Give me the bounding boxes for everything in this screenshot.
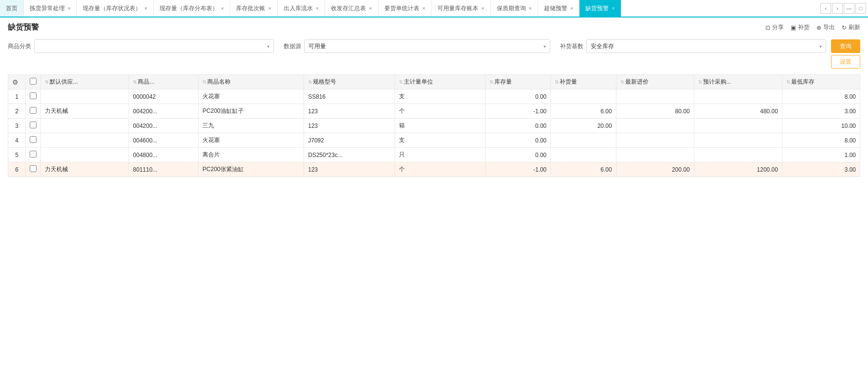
export-button[interactable]: ⊕ 导出 <box>816 23 835 32</box>
row-index-3: 4 <box>8 133 26 148</box>
row-est-purchase-3 <box>694 133 782 148</box>
replenish-button[interactable]: ▣ 补货 <box>791 23 810 32</box>
tab-close-9[interactable]: × <box>529 5 532 11</box>
row-stock-5: -1.00 <box>485 162 550 177</box>
row-unit-2: 箱 <box>395 119 486 133</box>
row-supplier-3 <box>41 133 129 148</box>
refresh-button[interactable]: ↻ 刷新 <box>842 23 860 32</box>
est-purchase-column-header[interactable]: ⇅ 预计采购... <box>694 75 782 89</box>
tab-close-10[interactable]: × <box>570 5 573 11</box>
tab-minimize-button[interactable]: — <box>844 3 854 14</box>
tab-close-2[interactable]: × <box>144 5 147 11</box>
row-product-name-3: 火花塞 <box>199 133 304 148</box>
select-all-checkbox[interactable] <box>30 78 36 85</box>
row-select-checkbox-1[interactable] <box>30 107 36 114</box>
category-label: 商品分类 <box>8 42 31 51</box>
category-select[interactable]: ▾ <box>34 39 274 53</box>
latest-price-column-header[interactable]: ⇅ 最新进价 <box>616 75 694 89</box>
tab-item-7[interactable]: 要货单统计表× <box>379 0 432 17</box>
row-latest-price-2 <box>616 119 694 133</box>
sort-icon: ⇅ <box>202 79 206 85</box>
settings-column-header[interactable]: ⚙ <box>8 75 26 89</box>
replenish-base-select[interactable]: 安全库存 ▾ <box>586 39 826 53</box>
product-code-column-header[interactable]: ⇅ 商品... <box>129 75 199 89</box>
tab-close-5[interactable]: × <box>316 5 319 11</box>
tab-close-7[interactable]: × <box>422 5 425 11</box>
tab-item-8[interactable]: 可用量库存账本× <box>432 0 490 17</box>
replenish-column-header[interactable]: ⇅ 补货量 <box>551 75 616 89</box>
datasource-label: 数据源 <box>284 42 301 51</box>
tab-maximize-button[interactable]: □ <box>855 3 866 14</box>
row-stock-0: 0.00 <box>485 89 550 104</box>
row-checkbox-3[interactable] <box>26 133 41 148</box>
row-index-1: 2 <box>8 104 26 119</box>
supplier-column-header[interactable]: ⇅ 默认供应... <box>41 75 129 89</box>
settings-button[interactable]: 设置 <box>831 55 860 69</box>
row-stock-2: 0.00 <box>485 119 550 133</box>
row-product-code-1: 004200... <box>129 104 199 119</box>
row-select-checkbox-3[interactable] <box>30 136 36 143</box>
row-select-checkbox-2[interactable] <box>30 122 36 128</box>
row-product-name-5: PC200张紧油缸 <box>199 162 304 177</box>
header-actions: ⊡ 分享 ▣ 补货 ⊕ 导出 ↻ 刷新 <box>765 23 860 32</box>
tab-bar[interactable]: 首页拣货异常处理×现存量（库存状况表）×现存量（库存分布表）×库存批次账×出入库… <box>0 0 868 18</box>
filter-actions: 查询 设置 <box>831 39 860 69</box>
row-unit-0: 支 <box>395 89 486 104</box>
row-checkbox-2[interactable] <box>26 119 41 133</box>
gear-icon[interactable]: ⚙ <box>12 78 18 86</box>
row-product-code-4: 004800... <box>129 148 199 162</box>
share-button[interactable]: ⊡ 分享 <box>765 23 784 32</box>
row-spec-5: 123 <box>304 162 395 177</box>
tab-prev-button[interactable]: ‹ <box>820 3 831 14</box>
sort-icon: ⇅ <box>620 79 624 85</box>
row-checkbox-5[interactable] <box>26 162 41 177</box>
row-index-4: 5 <box>8 148 26 162</box>
tab-next-button[interactable]: › <box>832 3 843 14</box>
tab-item-5[interactable]: 出入库流水× <box>278 0 325 17</box>
row-checkbox-4[interactable] <box>26 148 41 162</box>
row-latest-price-0 <box>616 89 694 104</box>
tab-item-2[interactable]: 现存量（库存状况表）× <box>77 0 153 17</box>
row-checkbox-1[interactable] <box>26 104 41 119</box>
spec-column-header[interactable]: ⇅ 规格型号 <box>304 75 395 89</box>
unit-column-header[interactable]: ⇅ 主计量单位 <box>395 75 486 89</box>
tab-close-1[interactable]: × <box>68 5 71 11</box>
query-button[interactable]: 查询 <box>831 39 860 53</box>
checkbox-column-header[interactable] <box>26 75 41 89</box>
tab-item-0[interactable]: 首页 <box>0 0 24 17</box>
row-stock-3: 0.00 <box>485 133 550 148</box>
datasource-select[interactable]: 可用量 ▾ <box>304 39 550 53</box>
tab-item-1[interactable]: 拣货异常处理× <box>24 0 77 17</box>
replenish-base-filter-group: 补货基数 安全库存 ▾ <box>560 39 826 53</box>
tab-close-6[interactable]: × <box>369 5 372 11</box>
row-product-name-1: PC200油缸缸子 <box>199 104 304 119</box>
row-index-5: 6 <box>8 162 26 177</box>
min-stock-column-header[interactable]: ⇅ 最低库存 <box>782 75 860 89</box>
row-select-checkbox-0[interactable] <box>30 92 36 99</box>
row-select-checkbox-4[interactable] <box>30 151 36 158</box>
row-spec-0: SS816 <box>304 89 395 104</box>
category-filter-group: 商品分类 ▾ <box>8 39 274 53</box>
stock-column-header[interactable]: ⇅ 库存量 <box>485 75 550 89</box>
table-row: 4 004600... 火花塞 J7092 支 0.00 8.00 <box>8 133 860 148</box>
row-supplier-2 <box>41 119 129 133</box>
tab-item-11[interactable]: 缺货预警× <box>579 0 621 17</box>
datasource-chevron-icon: ▾ <box>543 44 546 49</box>
tab-close-8[interactable]: × <box>481 5 484 11</box>
tab-item-6[interactable]: 收发存汇总表× <box>325 0 378 17</box>
tab-item-9[interactable]: 保质期查询× <box>491 0 538 17</box>
row-checkbox-0[interactable] <box>26 89 41 104</box>
row-latest-price-5: 200.00 <box>616 162 694 177</box>
tab-item-3[interactable]: 现存量（库存分布表）× <box>154 0 230 17</box>
tab-close-4[interactable]: × <box>268 5 271 11</box>
row-replenish-1: 6.00 <box>551 104 616 119</box>
tab-item-10[interactable]: 超储预警× <box>538 0 579 17</box>
table-row: 6 力天机械 801110... PC200张紧油缸 123 个 -1.00 6… <box>8 162 860 177</box>
row-unit-3: 支 <box>395 133 486 148</box>
tab-close-11[interactable]: × <box>612 5 615 11</box>
tab-item-4[interactable]: 库存批次账× <box>230 0 277 17</box>
export-icon: ⊕ <box>816 24 821 31</box>
product-name-column-header[interactable]: ⇅ 商品名称 <box>199 75 304 89</box>
row-select-checkbox-5[interactable] <box>30 165 36 172</box>
tab-close-3[interactable]: × <box>221 5 224 11</box>
